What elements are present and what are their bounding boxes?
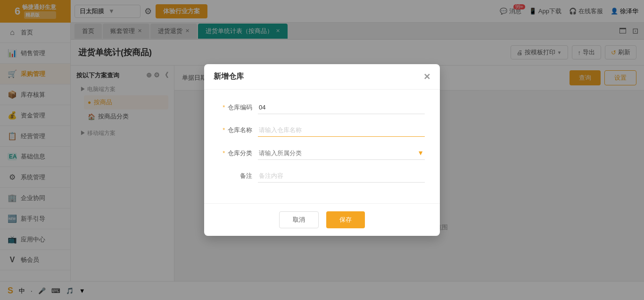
label-text-name: 仓库名称 (228, 126, 252, 133)
remark-input[interactable] (258, 169, 425, 183)
label-text-code: 仓库编码 (228, 104, 252, 111)
cancel-button[interactable]: 取消 (279, 211, 319, 228)
form-label-code: * 仓库编码 (219, 103, 252, 112)
label-text-category: 仓库分类 (228, 150, 252, 157)
required-mark-category: * (223, 150, 225, 157)
warehouse-modal: 新增仓库 ✕ * 仓库编码 * 仓库名称 (204, 64, 440, 236)
form-row-code: * 仓库编码 (219, 101, 425, 114)
modal-title: 新增仓库 (214, 72, 244, 82)
modal-overlay[interactable]: 新增仓库 ✕ * 仓库编码 * 仓库名称 (0, 0, 644, 300)
category-input[interactable] (259, 150, 417, 157)
form-row-remark: 备注 (219, 169, 425, 183)
warehouse-name-input[interactable] (258, 124, 425, 137)
modal-header: 新增仓库 ✕ (204, 64, 440, 90)
form-row-name: * 仓库名称 (219, 124, 425, 137)
form-label-name: * 仓库名称 (219, 126, 252, 134)
save-button[interactable]: 保存 (326, 211, 365, 228)
modal-close-button[interactable]: ✕ (423, 73, 430, 81)
label-text-remark: 备注 (240, 172, 252, 179)
required-mark-name: * (223, 126, 225, 133)
warehouse-code-input[interactable] (258, 101, 425, 114)
required-mark-code: * (223, 104, 225, 111)
category-dropdown-arrow: ▼ (417, 149, 424, 157)
form-label-remark: 备注 (219, 172, 252, 180)
modal-body: * 仓库编码 * 仓库名称 * 仓库分类 (204, 90, 440, 203)
category-select-wrapper[interactable]: ▼ (258, 146, 425, 160)
form-row-category: * 仓库分类 ▼ (219, 146, 425, 160)
modal-footer: 取消 保存 (204, 203, 440, 236)
form-label-category: * 仓库分类 (219, 149, 252, 158)
